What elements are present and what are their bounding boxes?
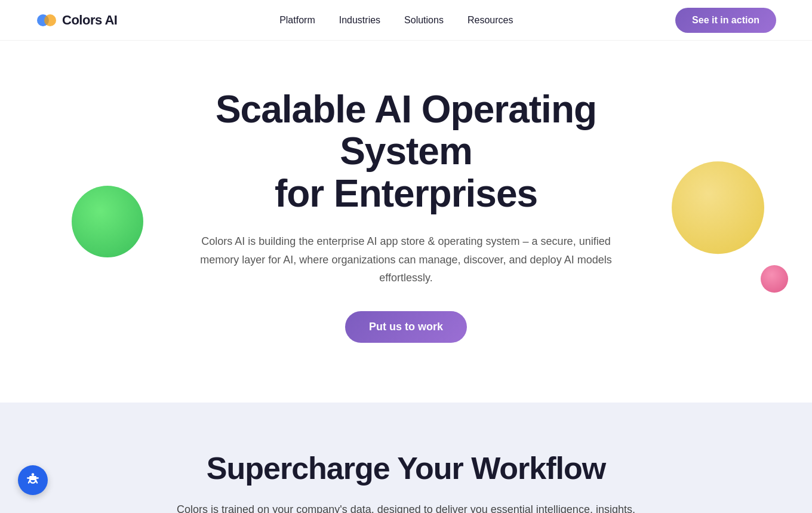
hero-title: Scalable AI Operating System for Enterpr… xyxy=(167,88,645,214)
logo-text: Colors AI xyxy=(62,13,117,28)
header: Colors AI Platform Industries Solutions … xyxy=(0,0,812,41)
green-circle-decoration xyxy=(72,186,143,257)
hero-cta-button[interactable]: Put us to work xyxy=(345,311,467,343)
header-cta-button[interactable]: See it in action xyxy=(675,8,776,33)
yellow-circle-decoration xyxy=(672,161,764,254)
hero-content: Scalable AI Operating System for Enterpr… xyxy=(167,88,645,343)
hero-subtitle: Colors AI is building the enterprise AI … xyxy=(197,232,615,287)
workflow-section: Supercharge Your Workflow Colors is trai… xyxy=(0,403,812,513)
accessibility-icon xyxy=(24,472,41,489)
logo-icon xyxy=(36,10,57,31)
workflow-subtitle: Colors is trained on your company's data… xyxy=(173,500,639,513)
logo[interactable]: Colors AI xyxy=(36,10,117,31)
pink-circle-decoration xyxy=(761,265,788,293)
workflow-title: Supercharge Your Workflow xyxy=(36,450,776,486)
accessibility-button[interactable] xyxy=(18,465,48,495)
hero-section: Scalable AI Operating System for Enterpr… xyxy=(0,41,812,403)
svg-point-2 xyxy=(32,473,35,476)
main-nav: Platform Industries Solutions Resources xyxy=(279,15,513,26)
nav-solutions[interactable]: Solutions xyxy=(404,15,444,26)
nav-resources[interactable]: Resources xyxy=(467,15,513,26)
nav-industries[interactable]: Industries xyxy=(339,15,380,26)
nav-platform[interactable]: Platform xyxy=(279,15,315,26)
svg-point-1 xyxy=(44,14,56,26)
